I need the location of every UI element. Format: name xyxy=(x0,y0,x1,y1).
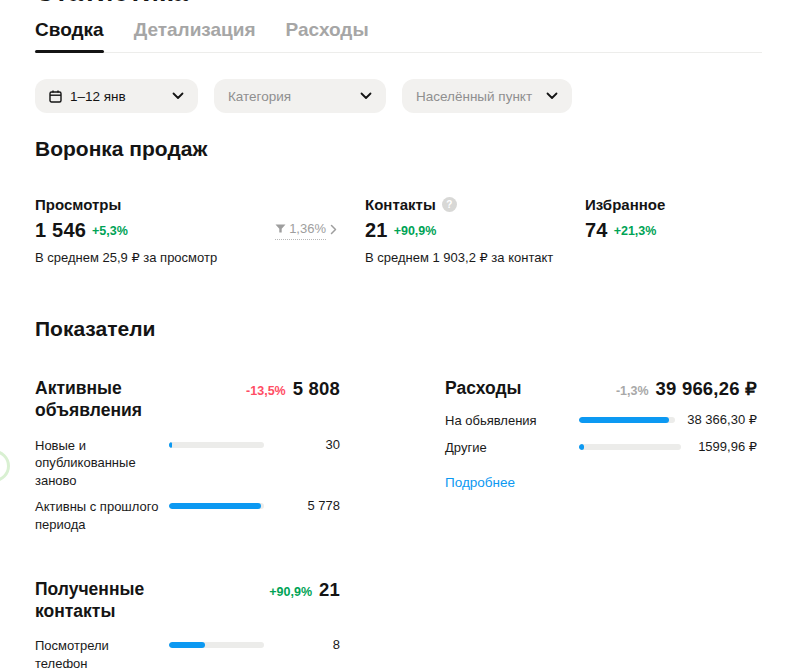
chevron-down-icon xyxy=(172,92,184,100)
stat-bar xyxy=(579,417,675,423)
stat-row-label: Активны с прошлого периода xyxy=(35,498,161,533)
metric-favorites: Избранное 74 +21,3% xyxy=(585,196,665,265)
tab-expenses[interactable]: Расходы xyxy=(286,19,369,52)
metric-views-delta: +5,3% xyxy=(92,224,128,238)
funnel-icon xyxy=(275,221,286,236)
stat-row-value: 5 778 xyxy=(276,498,340,513)
metric-views: Просмотры 1 546 +5,3% 1,36% В средне xyxy=(35,196,365,265)
received-contacts-block: Полученные контакты +90,9% 21 Посмотрели… xyxy=(35,578,340,668)
metric-contacts-value: 21 xyxy=(365,219,388,242)
support-chat-bubble-edge[interactable] xyxy=(0,450,10,482)
period-filter-label: 1–12 янв xyxy=(70,89,126,104)
metric-contacts-sub: В среднем 1 903,2 ₽ за контакт xyxy=(365,250,585,265)
stat-row-value: 1599,96 ₽ xyxy=(693,439,757,454)
tab-summary[interactable]: Сводка xyxy=(35,19,104,52)
received-contacts-title: Полученные контакты xyxy=(35,578,200,623)
category-filter-dropdown[interactable]: Категория xyxy=(214,79,386,113)
indicators-left-column: Активные объявления -13,5% 5 808 Новые и… xyxy=(35,377,340,668)
location-filter-dropdown[interactable]: Населённый пункт xyxy=(402,79,572,113)
funnel-metrics: Просмотры 1 546 +5,3% 1,36% В средне xyxy=(35,196,762,265)
statistics-page: Статистика Сводка Детализация Расходы 1–… xyxy=(0,0,792,647)
stat-bar xyxy=(169,503,264,509)
stat-row-value: 38 366,30 ₽ xyxy=(687,412,757,427)
metric-contacts: Контакты ? 21 +90,9% В среднем 1 903,2 ₽… xyxy=(365,196,585,265)
stat-bar xyxy=(579,444,681,450)
stat-row-ad-expenses: На обьявления 38 366,30 ₽ xyxy=(445,412,757,430)
stat-row-phone-views: Посмотрели телефон 8 xyxy=(35,637,340,668)
stat-bar xyxy=(169,642,264,648)
page-title: Статистика xyxy=(35,0,762,6)
tab-details[interactable]: Детализация xyxy=(134,19,256,52)
active-ads-title: Активные объявления xyxy=(35,377,200,422)
metric-views-value: 1 546 xyxy=(35,219,86,242)
expenses-details-link[interactable]: Подробнее xyxy=(445,475,515,490)
stat-row-new-ads: Новые и опубликованные заново 30 xyxy=(35,437,340,490)
chevron-right-icon xyxy=(330,223,337,238)
stat-row-label: Другие xyxy=(445,439,571,457)
stat-row-label: Посмотрели телефон xyxy=(35,637,161,668)
conversion-rate-badge[interactable]: 1,36% xyxy=(275,221,337,240)
stat-bar xyxy=(169,442,264,448)
metric-views-sub: В среднем 25,9 ₽ за просмотр xyxy=(35,250,365,265)
stat-row-other-expenses: Другие 1599,96 ₽ xyxy=(445,439,757,457)
funnel-heading: Воронка продаж xyxy=(35,137,762,161)
stat-row-label: На обьявления xyxy=(445,412,571,430)
metric-favorites-delta: +21,3% xyxy=(614,224,657,238)
chevron-down-icon xyxy=(360,92,372,100)
active-ads-value: 5 808 xyxy=(293,378,340,400)
received-contacts-value: 21 xyxy=(319,579,340,601)
calendar-icon xyxy=(49,90,62,103)
period-filter-dropdown[interactable]: 1–12 янв xyxy=(35,79,198,113)
location-filter-label: Населённый пункт xyxy=(416,89,532,104)
active-ads-delta: -13,5% xyxy=(246,384,286,398)
tab-bar: Сводка Детализация Расходы xyxy=(35,19,762,53)
metric-contacts-label: Контакты xyxy=(365,196,436,213)
stat-row-label: Новые и опубликованные заново xyxy=(35,437,161,490)
expenses-block: Расходы -1,3% 39 966,26 ₽ На обьявления … xyxy=(445,377,757,491)
category-filter-label: Категория xyxy=(228,89,291,104)
expenses-value: 39 966,26 ₽ xyxy=(656,378,757,400)
metric-views-label: Просмотры xyxy=(35,196,365,213)
help-icon[interactable]: ? xyxy=(442,197,457,212)
metric-favorites-label: Избранное xyxy=(585,196,665,213)
indicators-grid: Активные объявления -13,5% 5 808 Новые и… xyxy=(35,377,762,668)
active-ads-block: Активные объявления -13,5% 5 808 Новые и… xyxy=(35,377,340,534)
metric-contacts-delta: +90,9% xyxy=(394,224,437,238)
stat-row-value: 30 xyxy=(276,437,340,452)
filter-bar: 1–12 янв Категория Населённый пункт xyxy=(35,79,762,113)
metric-favorites-value: 74 xyxy=(585,219,608,242)
expenses-delta: -1,3% xyxy=(616,384,649,398)
indicators-heading: Показатели xyxy=(35,317,762,341)
chevron-down-icon xyxy=(546,92,558,100)
conversion-rate-value: 1,36% xyxy=(289,221,326,236)
stat-row-value: 8 xyxy=(276,637,340,652)
received-contacts-delta: +90,9% xyxy=(269,585,312,599)
expenses-title: Расходы xyxy=(445,377,522,399)
stat-row-carryover-ads: Активны с прошлого периода 5 778 xyxy=(35,498,340,533)
